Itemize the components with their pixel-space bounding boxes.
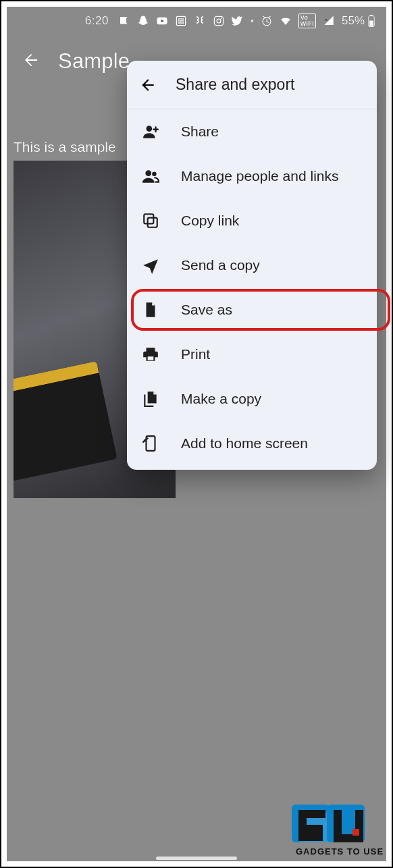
menu-item-manage-people[interactable]: Manage people and links (127, 154, 377, 198)
instagram-icon (213, 15, 225, 27)
svg-point-32 (221, 18, 222, 19)
svg-point-21 (178, 18, 180, 20)
back-button[interactable] (22, 51, 41, 72)
snapchat-icon (137, 15, 149, 27)
vowifi-indicator: VoWiFi (298, 13, 316, 28)
menu-item-label: Add to home screen (181, 435, 308, 452)
svg-point-37 (147, 126, 153, 132)
svg-rect-40 (148, 218, 157, 227)
svg-point-24 (178, 20, 180, 22)
menu-item-add-home[interactable]: Add to home screen (127, 421, 377, 466)
alarm-icon (261, 15, 273, 27)
status-separator: • (251, 16, 254, 26)
menu-item-share[interactable]: Share (127, 109, 377, 154)
arrow-left-icon (22, 51, 41, 70)
navigation-pill[interactable] (156, 857, 237, 860)
svg-point-31 (217, 19, 221, 23)
arrow-left-icon (139, 76, 157, 94)
wifi-icon (280, 15, 292, 27)
svg-rect-47 (352, 829, 359, 836)
menu-item-label: Save as (181, 302, 232, 318)
svg-point-25 (180, 20, 182, 22)
person-add-icon (140, 123, 161, 140)
youtube-icon (156, 15, 168, 27)
watermark-logo: GADGETS TO USE (286, 801, 388, 861)
svg-rect-41 (144, 214, 153, 223)
status-icons-right: VoWiFi (261, 13, 335, 28)
add-home-icon (140, 435, 161, 452)
svg-point-39 (152, 172, 157, 177)
twitter-icon (232, 15, 244, 27)
menu-item-save-as[interactable]: Save as (127, 288, 377, 332)
menu-header-label: Share and export (176, 76, 294, 94)
copy-icon (140, 212, 161, 229)
svg-rect-36 (369, 20, 373, 26)
svg-point-22 (180, 18, 182, 20)
print-icon (140, 346, 161, 363)
menu-item-send-copy[interactable]: Send a copy (127, 243, 377, 288)
menu-item-label: Manage people and links (181, 168, 339, 184)
send-icon (140, 256, 161, 274)
grid-icon (175, 15, 187, 27)
svg-rect-35 (370, 15, 372, 16)
menu-item-copy-link[interactable]: Copy link (127, 198, 377, 243)
svg-point-28 (180, 22, 182, 24)
status-bar-overlay: 6:20 (7, 7, 386, 35)
svg-rect-42 (148, 356, 154, 360)
svg-point-26 (182, 20, 184, 22)
people-icon (140, 167, 161, 185)
signal-icon (323, 15, 335, 27)
battery-text: 55% (342, 14, 365, 28)
app-icon (194, 15, 206, 27)
menu-item-label: Make a copy (181, 391, 261, 407)
watermark-text: GADGETS TO USE (296, 846, 384, 857)
status-time: 6:20 (85, 14, 109, 28)
menu-item-make-copy[interactable]: Make a copy (127, 377, 377, 421)
svg-point-27 (178, 22, 180, 24)
status-icons-left (118, 15, 244, 27)
file-icon (140, 301, 161, 319)
share-export-menu: Share and export Share Manage people and… (127, 61, 377, 470)
svg-point-29 (182, 22, 184, 24)
file-copy-icon (140, 390, 161, 408)
menu-header[interactable]: Share and export (127, 61, 377, 109)
notification-icon (118, 15, 130, 27)
menu-item-print[interactable]: Print (127, 332, 377, 377)
battery-icon (367, 14, 375, 28)
menu-item-label: Print (181, 346, 210, 362)
document-title: Sample (58, 49, 130, 74)
battery-indicator: 55% (342, 14, 375, 28)
svg-point-23 (182, 18, 184, 20)
menu-item-label: Share (181, 124, 219, 140)
menu-item-label: Copy link (181, 213, 239, 229)
svg-point-38 (145, 170, 151, 176)
menu-item-label: Send a copy (181, 257, 260, 273)
